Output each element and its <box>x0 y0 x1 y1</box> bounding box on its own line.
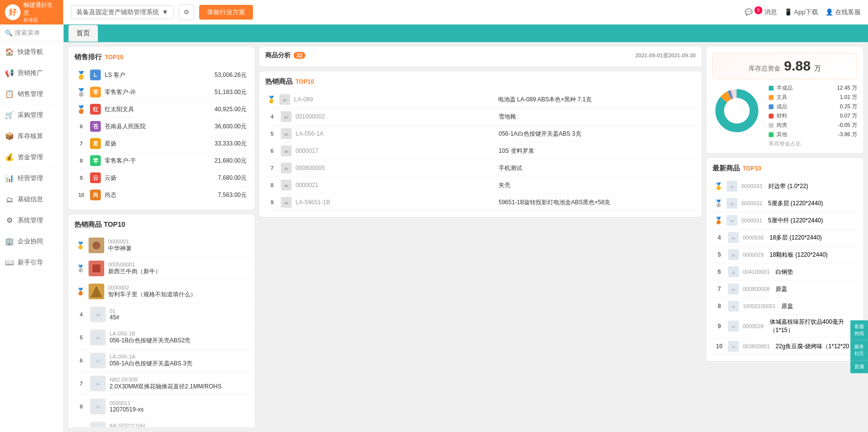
medal-gold-icon: 🥇 <box>76 71 86 80</box>
donut-chart <box>712 86 761 137</box>
sales-icon: 📋 <box>5 90 14 98</box>
float-buttons: 客服 热线 服务 社区 直播 <box>850 320 868 373</box>
new-products-list: 🥇 Ai 0000033 封边带 (1.0*22) 🥈 Ai 0000032 <box>712 178 857 355</box>
product-code: LA-056-1A <box>110 354 192 360</box>
table-row: 6 Ai 0000017 10S 变料罗浆 <box>265 143 696 160</box>
svg-text:Ai: Ai <box>284 184 288 188</box>
avatar: 星 <box>90 138 101 149</box>
finance-icon: 💰 <box>5 153 14 162</box>
settings-button[interactable]: ⚙ <box>179 4 194 20</box>
customer-name: 零售客户-许 <box>105 88 211 96</box>
rank-number: 9 <box>76 173 86 183</box>
avatar: Ai <box>281 163 292 173</box>
middle-panel: 商品分析 22 2021-09-01至2021-09-30 热销商品 TOP10… <box>259 47 702 427</box>
legend-label: 成品 <box>777 103 837 110</box>
table-row: 5 Ai LA-056-1A 056-1A白色按键开关盖ABS 3克 <box>265 125 696 143</box>
product-code: LA-056-1B <box>110 331 190 336</box>
legend-value: -3.86 万 <box>838 131 857 138</box>
logo-text: 畅捷通好生意 标准版 <box>23 1 58 23</box>
product-name: 智利车子里（规格不知道填什么） <box>108 290 196 299</box>
live-button[interactable]: 直播 <box>850 360 868 373</box>
svg-text:Ai: Ai <box>284 149 288 154</box>
foundation-icon: 🗂 <box>5 195 14 204</box>
product-thumbnail <box>89 261 104 276</box>
svg-text:Ai: Ai <box>96 359 100 363</box>
product-thumbnail: Ai <box>728 341 739 352</box>
table-row: 🥉 红 红太阳文具 40,925.00元 <box>74 101 249 118</box>
medal-silver-icon: 🥈 <box>76 88 86 97</box>
search-icon: 🔍 <box>5 29 13 37</box>
product-name: 白钢垫 <box>776 268 793 276</box>
online-service-button[interactable]: 👤 在线客服 <box>825 8 861 17</box>
avatar: Ai <box>281 111 292 122</box>
product-code: KK-SD22110H <box>110 423 186 428</box>
message-button[interactable]: 💬 6 消息 <box>745 8 777 17</box>
system-selector[interactable]: 装备及固定资产辅助管理系统 ▼ <box>71 5 174 19</box>
search-menu[interactable]: 🔍 搜索菜单 <box>0 24 63 42</box>
sidebar-item-enterprise[interactable]: 🏢 企业协同 <box>0 231 63 252</box>
list-item: 🥇 0000001 中华神薯 <box>74 234 249 257</box>
list-item: 🥈 000500001 新西兰牛肉（新牛） <box>74 257 249 280</box>
product-info: NB2.0X30B 2.0X30MM双捶花轴捶花直径2.1MM/ROHS <box>110 377 222 391</box>
sidebar-item-finance[interactable]: 💰 资金管理 <box>0 147 63 168</box>
svg-text:Ai: Ai <box>731 305 735 309</box>
list-item: 9 Ai 0000028 体城嘉枝味苏打饮品400毫升（1*15） <box>712 315 857 338</box>
svg-rect-16 <box>92 424 103 427</box>
customer-value: 51,183.00元 <box>215 88 247 96</box>
sidebar-item-operations[interactable]: 📊 经营管理 <box>0 168 63 189</box>
medal-bronze-icon: 🥉 <box>76 288 85 295</box>
sidebar-item-system[interactable]: ⚙ 系统管理 <box>0 210 63 231</box>
sidebar-item-purchase[interactable]: 🛒 采购管理 <box>0 105 63 126</box>
rank-number: 8 <box>76 402 86 411</box>
legend-item: 文具 1.01 万 <box>769 94 857 101</box>
rank-number: 6 <box>76 121 86 131</box>
product-name: 056-1A白色按键开关盖ABS 3壳 <box>110 360 192 368</box>
medal-gold-icon: 🥇 <box>714 182 723 190</box>
main-container: 装备及固定资产辅助管理系统 ▼ ⚙ 体验行业方案 💬 6 消息 📱 App下载 … <box>64 0 868 432</box>
left-panel: 销售排行 TOP10 🥇 L LS 客户 53,006.26元 🥈 零 <box>69 47 254 427</box>
legend-item: 材料 0.07 万 <box>769 112 857 120</box>
sidebar-item-guide[interactable]: 📖 新手引导 <box>0 252 63 273</box>
tab-home[interactable]: 首页 <box>69 25 98 42</box>
medal-bronze-icon: 🥉 <box>76 105 86 114</box>
sidebar-item-label: 快捷导航 <box>18 48 43 56</box>
customer-service-button[interactable]: 客服 热线 <box>850 320 868 340</box>
avatar: 零 <box>90 155 101 166</box>
rank-number: 7 <box>267 163 277 173</box>
table-row: 4 Ai 001000002 雪地靴 <box>265 108 696 125</box>
sidebar-item-marketing[interactable]: 📢 营销推广 <box>0 63 63 84</box>
list-item: 🥈 Ai 0000032 5厘多层 (1220*2440) <box>712 195 857 212</box>
system-icon: ⚙ <box>5 216 14 225</box>
avatar: 零 <box>90 87 101 97</box>
svg-text:Ai: Ai <box>731 270 735 275</box>
customer-name: 零售客户-于 <box>105 157 211 165</box>
sidebar-item-quick-nav[interactable]: 🏠 快捷导航 <box>0 42 63 63</box>
inventory-legend: 半成品 12.45 万 文具 1.01 万 成品 0.25 万 <box>769 84 857 138</box>
product-info: 0000011 12070519-xs <box>110 400 143 413</box>
product-thumbnail: Ai <box>728 301 739 312</box>
product-code: 0000021 <box>296 182 491 189</box>
product-name: 雪地靴 <box>499 113 694 121</box>
legend-label: 肉类 <box>777 121 835 129</box>
message-badge: 6 <box>754 6 762 14</box>
sidebar-item-sales[interactable]: 📋 销售管理 <box>0 84 63 105</box>
sidebar-item-foundation[interactable]: 🗂 基础信息 <box>0 189 63 210</box>
product-code: 0000017 <box>296 147 491 154</box>
product-code: 01 <box>110 308 119 314</box>
product-code: 0000033 <box>741 183 762 189</box>
product-thumbnail: Ai <box>728 284 739 294</box>
sidebar-logo: 好 畅捷通好生意 标准版 <box>0 0 63 24</box>
product-name: 18多层 (1220*2440) <box>770 234 822 242</box>
avatar: L <box>90 70 101 80</box>
trial-button[interactable]: 体验行业方案 <box>199 5 253 20</box>
legend-dot <box>769 114 774 119</box>
sidebar-item-inventory[interactable]: 📦 库存核算 <box>0 126 63 147</box>
legend-dot <box>769 123 774 128</box>
list-item: 10 Ai 003800001 22g鱼豆腐-烧烤味（1*12*20） <box>712 338 857 355</box>
svg-text:Ai: Ai <box>96 382 100 386</box>
app-download-button[interactable]: 📱 App下载 <box>784 8 818 17</box>
service-community-button[interactable]: 服务 社区 <box>850 340 868 360</box>
avatar: 红 <box>90 104 101 115</box>
medal-silver-icon: 🥈 <box>714 199 723 207</box>
list-item: 🥉 Ai 0000031 5厘中纤 (1220*2440) <box>712 212 857 229</box>
